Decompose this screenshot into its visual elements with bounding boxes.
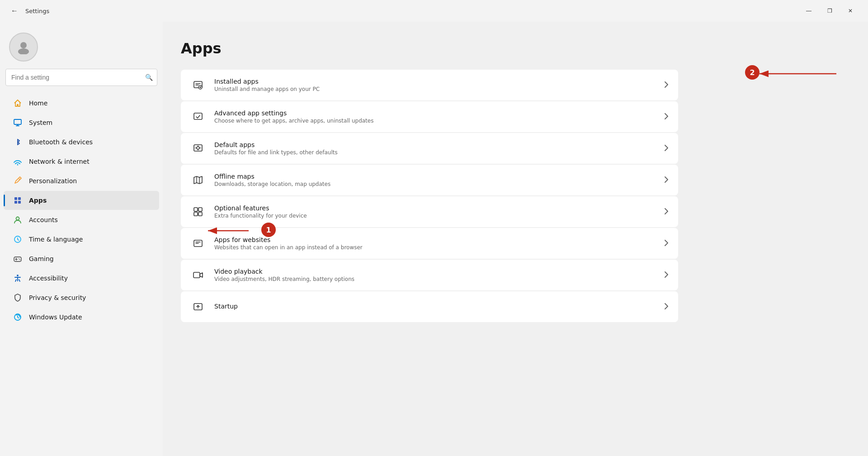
default-apps-title: Default apps: [214, 141, 656, 148]
sidebar-item-network[interactable]: Network & internet: [4, 152, 159, 171]
advanced-app-settings-desc: Choose where to get apps, archive apps, …: [214, 118, 656, 124]
optional-features-icon: [190, 204, 206, 220]
sidebar-item-personalization[interactable]: Personalization: [4, 171, 159, 190]
svg-rect-24: [194, 208, 198, 211]
offline-maps-title: Offline maps: [214, 173, 656, 180]
sidebar-item-label-apps: Apps: [29, 197, 47, 204]
sidebar-item-label-update: Windows Update: [29, 314, 82, 321]
default-apps-desc: Defaults for file and link types, other …: [214, 149, 656, 156]
search-box: 🔍: [5, 69, 157, 86]
close-button[interactable]: ✕: [840, 4, 861, 18]
advanced-app-settings-icon: [190, 109, 206, 125]
sidebar: 🔍 HomeSystemBluetooth & devicesNetwork &…: [0, 22, 163, 456]
minimize-button[interactable]: —: [798, 4, 819, 18]
svg-rect-2: [14, 119, 21, 124]
sidebar-item-label-gaming: Gaming: [29, 255, 54, 262]
svg-point-12: [19, 259, 20, 260]
setting-card-optional-features[interactable]: Optional featuresExtra functionality for…: [181, 196, 678, 227]
setting-card-video-playback[interactable]: Video playbackVideo adjustments, HDR str…: [181, 260, 678, 290]
sidebar-item-update[interactable]: Windows Update: [4, 308, 159, 327]
svg-point-3: [17, 164, 19, 166]
home-icon: [13, 98, 23, 108]
accounts-icon: [13, 215, 23, 225]
settings-list: Installed appsUninstall and manage apps …: [181, 70, 678, 322]
apps-for-websites-chevron-icon: [664, 238, 669, 249]
advanced-app-settings-title: Advanced app settings: [214, 109, 656, 117]
advanced-app-settings-chevron-icon: [664, 112, 669, 122]
setting-card-offline-maps[interactable]: Offline mapsDownloads, storage location,…: [181, 165, 678, 195]
setting-card-default-apps[interactable]: Default appsDefaults for file and link t…: [181, 133, 678, 164]
svg-rect-25: [198, 208, 202, 211]
maximize-button[interactable]: ❐: [819, 4, 840, 18]
sidebar-item-label-privacy: Privacy & security: [29, 294, 86, 301]
offline-maps-chevron-icon: [664, 175, 669, 185]
annotation-2: 2: [745, 65, 760, 80]
svg-rect-29: [193, 272, 200, 278]
update-icon: [13, 312, 23, 322]
startup-icon: [190, 299, 206, 315]
titlebar: ← Settings — ❐ ✕: [0, 0, 868, 22]
search-input[interactable]: [5, 69, 157, 86]
sidebar-item-accounts[interactable]: Accounts: [4, 210, 159, 229]
installed-apps-title: Installed apps: [214, 78, 656, 85]
svg-rect-26: [194, 212, 198, 216]
nav-list: HomeSystemBluetooth & devicesNetwork & i…: [0, 93, 163, 327]
optional-features-title: Optional features: [214, 204, 656, 212]
sidebar-item-privacy[interactable]: Privacy & security: [4, 288, 159, 307]
optional-features-chevron-icon: [664, 207, 669, 217]
svg-rect-21: [194, 113, 202, 119]
bluetooth-icon: [13, 137, 23, 147]
sidebar-item-bluetooth[interactable]: Bluetooth & devices: [4, 133, 159, 152]
sidebar-item-time[interactable]: Time & language: [4, 230, 159, 249]
user-avatar-section: [0, 22, 163, 69]
sidebar-item-apps[interactable]: Apps: [4, 191, 159, 210]
sidebar-item-label-home: Home: [29, 100, 47, 107]
video-playback-desc: Video adjustments, HDR streaming, batter…: [214, 276, 656, 282]
time-icon: [13, 234, 23, 244]
svg-rect-27: [198, 212, 202, 216]
svg-point-13: [17, 275, 19, 276]
app-body: 🔍 HomeSystemBluetooth & devicesNetwork &…: [0, 22, 868, 456]
window-title: Settings: [25, 8, 49, 14]
sidebar-item-label-bluetooth: Bluetooth & devices: [29, 138, 93, 146]
svg-rect-5: [18, 197, 21, 200]
sidebar-item-home[interactable]: Home: [4, 94, 159, 113]
sidebar-item-accessibility[interactable]: Accessibility: [4, 269, 159, 288]
setting-card-advanced-app-settings[interactable]: Advanced app settingsChoose where to get…: [181, 101, 678, 132]
back-button[interactable]: ←: [7, 4, 22, 18]
sidebar-item-label-time: Time & language: [29, 236, 83, 243]
personalization-icon: [13, 176, 23, 186]
gaming-icon: [13, 254, 23, 264]
video-playback-icon: [190, 267, 206, 283]
sidebar-item-label-accounts: Accounts: [29, 216, 58, 223]
svg-point-23: [197, 147, 199, 149]
window-controls: — ❐ ✕: [798, 4, 861, 18]
video-playback-chevron-icon: [664, 270, 669, 280]
avatar[interactable]: [9, 33, 38, 62]
svg-rect-4: [14, 197, 17, 200]
setting-card-apps-for-websites[interactable]: Apps for websitesWebsites that can open …: [181, 228, 678, 259]
installed-apps-icon: [190, 77, 206, 93]
apps-for-websites-icon: [190, 235, 206, 252]
network-icon: [13, 157, 23, 166]
sidebar-item-system[interactable]: System: [4, 113, 159, 132]
annotation-1: 1: [261, 223, 276, 237]
sidebar-item-gaming[interactable]: Gaming: [4, 249, 159, 268]
offline-maps-desc: Downloads, storage location, map updates: [214, 181, 656, 187]
offline-maps-icon: [190, 172, 206, 188]
sidebar-item-label-network: Network & internet: [29, 158, 90, 165]
setting-card-startup[interactable]: Startup: [181, 291, 678, 322]
system-icon: [13, 118, 23, 128]
startup-title: Startup: [214, 303, 656, 310]
sidebar-item-label-accessibility: Accessibility: [29, 275, 68, 282]
svg-point-0: [20, 42, 27, 48]
svg-rect-6: [14, 201, 17, 204]
sidebar-item-label-personalization: Personalization: [29, 177, 77, 185]
video-playback-title: Video playback: [214, 268, 656, 275]
sidebar-item-label-system: System: [29, 119, 52, 126]
privacy-icon: [13, 293, 23, 303]
setting-card-installed-apps[interactable]: Installed appsUninstall and manage apps …: [181, 70, 678, 100]
startup-chevron-icon: [664, 302, 669, 312]
page-title: Apps: [181, 40, 850, 57]
default-apps-chevron-icon: [664, 143, 669, 154]
